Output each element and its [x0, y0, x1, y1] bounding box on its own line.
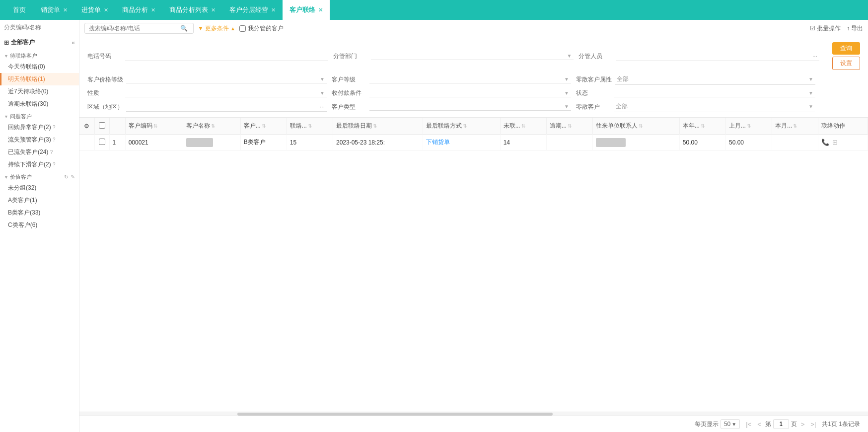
sidebar-item-class-b[interactable]: B类客户(33) — [0, 207, 79, 219]
sidebar-item-loss-warning[interactable]: 流失预警客户(3) ? — [0, 134, 79, 146]
close-goods-analysis-tab[interactable]: ✕ — [151, 7, 155, 13]
th-contact-count[interactable]: 联络... ⇅ — [287, 118, 333, 135]
th-unit-contact[interactable]: 往来单位联系人 ⇅ — [592, 118, 679, 135]
filter-select-dept[interactable]: ▼ — [371, 52, 574, 60]
select-all-checkbox[interactable] — [99, 122, 105, 129]
th-checkbox[interactable] — [94, 118, 109, 135]
nav-item-customer-tier[interactable]: 客户分层经营 ✕ — [222, 0, 283, 20]
sidebar-item-overdue-contact[interactable]: 逾期未联络(30) — [0, 98, 79, 110]
sidebar-item-class-c[interactable]: C类客户(6) — [0, 219, 79, 231]
sort-icon-last-contact-method[interactable]: ⇅ — [463, 123, 467, 129]
sidebar-item-unclassified[interactable]: 未分组(32) — [0, 182, 79, 194]
filter-select-manager[interactable]: ··· — [616, 52, 819, 61]
sort-icon-customer-code[interactable]: ⇅ — [153, 123, 157, 129]
page-number-input[interactable] — [773, 419, 789, 429]
chevron-down-icon-retail-customer: ▼ — [808, 104, 813, 109]
th-customer-type[interactable]: 客户... ⇅ — [240, 118, 287, 135]
sort-icon-last-month[interactable]: ⇅ — [747, 123, 751, 129]
sidebar-item-tomorrow-contact[interactable]: 明天待联络(1) — [0, 73, 79, 85]
close-goods-analysis-table-tab[interactable]: ✕ — [211, 7, 216, 13]
nav-item-goods-analysis[interactable]: 商品分析 ✕ — [115, 0, 162, 20]
dots-icon-manager[interactable]: ··· — [812, 53, 817, 60]
td-last-contact-date: 2023-05-23 18:25: — [333, 135, 423, 150]
filter-select-retail-attr[interactable]: 全部 ▼ — [615, 74, 815, 85]
close-sales-tab[interactable]: ✕ — [63, 7, 68, 13]
close-purchase-tab[interactable]: ✕ — [104, 7, 108, 13]
phone-action-icon[interactable]: 📞 — [821, 139, 829, 146]
refresh-icon[interactable]: ↻ — [64, 174, 69, 180]
filter-select-price-level[interactable]: ▼ — [126, 75, 327, 83]
filter-select-payment-terms[interactable]: ▼ — [369, 89, 571, 97]
sort-icon-this-year[interactable]: ⇅ — [701, 123, 705, 129]
nav-item-home[interactable]: 首页 — [5, 0, 34, 20]
grid-action-icon[interactable]: ⊞ — [832, 139, 838, 146]
sort-icon-contact-count[interactable]: ⇅ — [308, 123, 312, 129]
th-last-contact-method[interactable]: 最后联络方式 ⇅ — [423, 118, 500, 135]
column-settings-icon[interactable]: ⚙ — [84, 123, 89, 130]
next-page-button[interactable]: > — [799, 420, 807, 429]
sort-icon-unit-contact[interactable]: ⇅ — [639, 123, 643, 129]
query-button[interactable]: 查询 — [832, 42, 860, 55]
filter-select-nature[interactable]: ▼ — [125, 89, 327, 97]
sidebar-item-7days-contact[interactable]: 近7天待联络(0) — [0, 85, 79, 98]
page-size-box[interactable]: 50 ▼ — [721, 419, 740, 429]
my-customers-checkbox-area[interactable]: 我分管的客户 — [239, 24, 284, 33]
nav-item-goods-analysis-table[interactable]: 商品分析列表 ✕ — [162, 0, 222, 20]
my-customers-checkbox[interactable] — [239, 25, 246, 32]
filter-select-status[interactable]: ▼ — [614, 89, 815, 97]
filter-input-phone[interactable] — [125, 52, 328, 61]
filter-select-customer-type[interactable]: ▼ — [369, 103, 571, 111]
filter-settings-button[interactable]: 设置 — [832, 57, 860, 70]
sort-icon-customer-type[interactable]: ⇅ — [262, 123, 266, 129]
sidebar-item-continuous-decline[interactable]: 持续下滑客户(2) ? — [0, 158, 79, 171]
nav-item-customer-contact[interactable]: 客户联络 ✕ — [283, 0, 330, 20]
dots-icon-region[interactable]: ··· — [320, 103, 325, 110]
sidebar-item-already-lost[interactable]: 已流失客户(24) ? — [0, 146, 79, 158]
th-this-year[interactable]: 本年... ⇅ — [679, 118, 725, 135]
sidebar-item-class-a[interactable]: A类客户(1) — [0, 194, 79, 207]
td-checkbox[interactable] — [94, 135, 109, 150]
th-last-month[interactable]: 上月... ⇅ — [725, 118, 772, 135]
filter-select-retail-customer[interactable]: 全部 ▼ — [614, 101, 815, 112]
nav-item-purchase[interactable]: 进货单 ✕ — [74, 0, 115, 20]
batch-operations-button[interactable]: ☑ 批量操作 — [810, 24, 841, 33]
more-conditions-button[interactable]: ▼ 更多条件 ▲ — [198, 24, 235, 33]
filter-select-region[interactable]: ··· — [126, 102, 327, 112]
sidebar-item-today-contact[interactable]: 今天待联络(0) — [0, 61, 79, 73]
filter-select-customer-level[interactable]: ▼ — [369, 75, 571, 83]
main-search-icon[interactable]: 🔍 — [180, 25, 188, 32]
collapse-sidebar-icon[interactable]: « — [72, 39, 75, 46]
td-last-contact-method[interactable]: 下销货单 — [423, 135, 500, 150]
last-contact-method-link[interactable]: 下销货单 — [426, 139, 450, 145]
sidebar-item-repurchase-abnormal[interactable]: 回购异常客户(2) ? — [0, 121, 79, 134]
horizontal-scrollbar[interactable] — [79, 412, 868, 416]
filter-label-status: 状态 — [576, 89, 611, 97]
sidebar-search-input[interactable] — [4, 24, 78, 31]
last-page-button[interactable]: >| — [808, 420, 818, 429]
filter-label-manager: 分管人员 — [579, 52, 613, 61]
prev-page-button[interactable]: < — [755, 420, 763, 429]
th-overdue[interactable]: 逾期... ⇅ — [546, 118, 592, 135]
th-customer-name[interactable]: 客户名称 ⇅ — [183, 118, 240, 135]
th-this-month[interactable]: 本月... ⇅ — [772, 118, 818, 135]
th-no-contact-days[interactable]: 未联... ⇅ — [500, 118, 546, 135]
th-settings[interactable]: ⚙ — [79, 118, 94, 135]
close-customer-tier-tab[interactable]: ✕ — [271, 7, 276, 13]
sort-icon-this-month[interactable]: ⇅ — [793, 123, 797, 129]
row-checkbox[interactable] — [99, 139, 105, 145]
sort-icon-customer-name[interactable]: ⇅ — [211, 123, 215, 129]
all-customers-header[interactable]: ⊞ 全部客户 « — [0, 35, 79, 50]
th-customer-code[interactable]: 客户编码 ⇅ — [125, 118, 183, 135]
chevron-down-icon-page-size[interactable]: ▼ — [731, 422, 736, 427]
first-page-button[interactable]: |< — [744, 420, 753, 429]
nav-item-sales[interactable]: 销货单 ✕ — [34, 0, 74, 20]
th-last-contact-date[interactable]: 最后联络日期 ⇅ — [333, 118, 423, 135]
sort-icon-no-contact-days[interactable]: ⇅ — [521, 123, 525, 129]
sort-icon-overdue[interactable]: ⇅ — [568, 123, 572, 129]
close-customer-contact-tab[interactable]: ✕ — [318, 7, 323, 13]
export-button[interactable]: ↑ 导出 — [847, 24, 863, 33]
sort-icon-last-contact-date[interactable]: ⇅ — [373, 123, 377, 129]
main-search-input[interactable] — [89, 25, 178, 32]
grid-icon: ⊞ — [4, 39, 9, 46]
edit-icon[interactable]: ✎ — [71, 174, 75, 180]
